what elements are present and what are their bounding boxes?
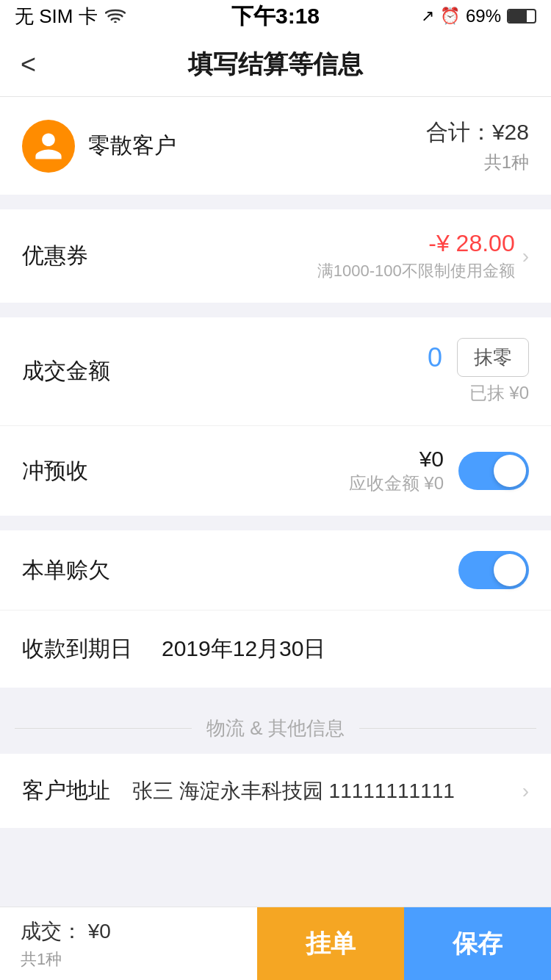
transaction-right: 0 抹零: [428, 338, 529, 377]
alarm-icon: ⏰: [440, 7, 460, 26]
divider-line-right: [359, 728, 536, 729]
customer-info: 零散客户: [22, 120, 176, 173]
bottom-bar: 成交： ¥0 共1种 挂单 保存: [0, 907, 551, 980]
prepaid-amounts: ¥0 应收金额 ¥0: [349, 447, 444, 495]
transaction-section: 成交金额 0 抹零 已抹 ¥0 冲预收 ¥0 应收金额 ¥0: [0, 317, 551, 516]
address-chevron-icon: ›: [522, 779, 529, 803]
status-right: ↗ ⏰ 69%: [421, 6, 536, 26]
prepaid-toggle[interactable]: [458, 452, 529, 490]
address-value: 张三 海淀永丰科技园 11111111111: [132, 777, 500, 805]
due-date-value: 2019年12月30日: [162, 634, 325, 664]
address-row[interactable]: 客户地址 张三 海淀永丰科技园 11111111111 ›: [0, 754, 551, 828]
due-date-label: 收款到期日: [22, 634, 132, 664]
debt-toggle-row: 本单赊欠: [0, 530, 551, 610]
logistics-label: 物流 & 其他信息: [206, 716, 345, 741]
wifi-icon: [105, 5, 126, 28]
receivable-text: 应收金额 ¥0: [349, 472, 444, 495]
customer-row: 零散客户 合计：¥28 共1种: [0, 97, 551, 195]
bottom-deal: 成交： ¥0: [21, 918, 237, 945]
back-button[interactable]: <: [21, 49, 36, 80]
time-display: 下午3:18: [231, 1, 320, 32]
coupon-chevron-icon: ›: [522, 245, 529, 268]
logistics-header: 物流 & 其他信息: [0, 702, 551, 754]
status-bar: 无 SIM 卡 下午3:18 ↗ ⏰ 69%: [0, 0, 551, 32]
prepaid-label: 冲预收: [22, 456, 88, 486]
deal-amount: ¥0: [88, 920, 111, 943]
coupon-label: 优惠券: [22, 241, 88, 271]
total-count: 共1种: [426, 151, 529, 174]
total-amount: 合计：¥28: [426, 118, 529, 148]
coupon-amount: -¥ 28.00: [317, 230, 515, 257]
coupon-right: -¥ 28.00 满1000-100不限制使用金额 ›: [317, 230, 529, 282]
coupon-desc: 满1000-100不限制使用金额: [317, 260, 515, 282]
customer-avatar: [22, 120, 75, 173]
address-label: 客户地址: [22, 776, 110, 806]
transaction-label: 成交金额: [22, 356, 110, 386]
customer-name: 零散客户: [88, 131, 176, 161]
deal-label: 成交：: [21, 920, 82, 943]
debt-section: 本单赊欠 收款到期日 2019年12月30日: [0, 530, 551, 688]
round-zero-button[interactable]: 抹零: [457, 338, 529, 377]
prepaid-amount: ¥0: [349, 447, 444, 472]
page-title: 填写结算等信息: [188, 48, 363, 82]
save-button[interactable]: 保存: [404, 907, 551, 981]
due-date-row: 收款到期日 2019年12月30日: [0, 610, 551, 688]
content-area: 零散客户 合计：¥28 共1种 优惠券 -¥ 28.00 满1000-100不限…: [0, 97, 551, 931]
coupon-row[interactable]: 优惠券 -¥ 28.00 满1000-100不限制使用金额 ›: [0, 209, 551, 303]
prepaid-right: ¥0 应收金额 ¥0: [349, 447, 529, 495]
coupon-value-block: -¥ 28.00 满1000-100不限制使用金额: [317, 230, 515, 282]
nav-bar: < 填写结算等信息: [0, 32, 551, 97]
battery-icon: [507, 9, 536, 24]
toggle-knob: [494, 455, 526, 487]
bottom-summary: 成交： ¥0 共1种: [0, 918, 257, 970]
svg-point-0: [114, 21, 117, 22]
deducted-text: 已抹 ¥0: [469, 381, 529, 405]
hold-button[interactable]: 挂单: [257, 907, 404, 981]
transaction-row: 成交金额 0 抹零 已抹 ¥0: [0, 317, 551, 426]
transaction-amount[interactable]: 0: [428, 342, 442, 373]
person-icon: [32, 130, 65, 162]
debt-toggle[interactable]: [458, 551, 529, 589]
battery-percent: 69%: [466, 6, 501, 26]
carrier-text: 无 SIM 卡: [15, 4, 98, 29]
debt-toggle-knob: [494, 554, 526, 586]
prepaid-row: 冲预收 ¥0 应收金额 ¥0: [0, 426, 551, 516]
location-icon: ↗: [421, 7, 434, 26]
bottom-count: 共1种: [21, 948, 237, 970]
debt-label: 本单赊欠: [22, 555, 110, 586]
status-left: 无 SIM 卡: [15, 4, 126, 29]
divider-line-left: [15, 728, 192, 729]
customer-total: 合计：¥28 共1种: [426, 118, 529, 174]
